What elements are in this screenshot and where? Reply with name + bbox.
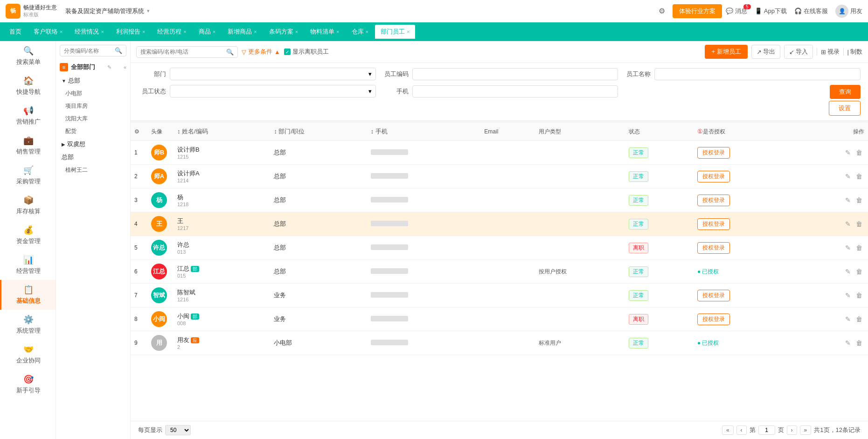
auth-login-button[interactable]: 授权登录 bbox=[697, 314, 730, 325]
first-page-btn[interactable]: « bbox=[722, 425, 734, 435]
delete-row-button[interactable]: 🗑 bbox=[854, 291, 864, 300]
sidebar-item-search[interactable]: 🔍 搜索菜单 bbox=[0, 41, 56, 71]
dept-parent-zongbu[interactable]: ▼ 总部 bbox=[56, 74, 130, 87]
search-bar[interactable]: 🔍 bbox=[136, 46, 238, 58]
tab-close-icon[interactable]: × bbox=[254, 29, 257, 35]
tab-dept-employee[interactable]: 部门员工 × bbox=[375, 25, 415, 39]
filter-empname-input[interactable] bbox=[654, 68, 861, 80]
tab-process[interactable]: 经营历程 × bbox=[152, 25, 192, 39]
filter-dept-select[interactable]: ▾ bbox=[170, 68, 376, 80]
auth-login-button[interactable]: 授权登录 bbox=[697, 147, 730, 159]
message-btn[interactable]: 💬 消息 5 bbox=[726, 7, 747, 15]
app-download-btn[interactable]: 📱 App下载 bbox=[755, 7, 787, 15]
filter-empcode-input[interactable] bbox=[412, 68, 618, 80]
edit-row-button[interactable]: ✎ bbox=[843, 314, 853, 324]
dept-parent-zongbu2[interactable]: 总部 bbox=[56, 151, 130, 164]
auth-login-button[interactable]: 授权登录 bbox=[697, 218, 730, 230]
tab-close-icon[interactable]: × bbox=[366, 29, 368, 35]
sidebar-item-business[interactable]: 📊 经营管理 bbox=[0, 250, 56, 280]
dept-item-peihuo[interactable]: 配货 bbox=[56, 125, 130, 138]
dept-collapse-btn[interactable]: ✎ bbox=[107, 64, 111, 70]
delete-row-button[interactable]: 🗑 bbox=[854, 219, 864, 229]
query-button[interactable]: 查询 bbox=[830, 85, 861, 99]
th-settings[interactable]: ⚙ bbox=[131, 123, 147, 141]
tab-close-icon[interactable]: × bbox=[336, 29, 339, 35]
auth-login-button[interactable]: 授权登录 bbox=[697, 171, 730, 182]
sidebar-item-nav[interactable]: 🏠 快捷导航 bbox=[0, 71, 56, 101]
sidebar-item-marketing[interactable]: 📢 营销推广 bbox=[0, 101, 56, 131]
auth-login-button[interactable]: 授权登录 bbox=[697, 195, 730, 206]
sidebar-item-system[interactable]: ⚙️ 系统管理 bbox=[0, 310, 56, 340]
dept-item-project[interactable]: 项目库房 bbox=[56, 100, 130, 112]
prev-page-btn[interactable]: ‹ bbox=[736, 425, 747, 435]
dept-item-shenyang[interactable]: 沈阳大库 bbox=[56, 112, 130, 125]
tab-home[interactable]: 首页 bbox=[4, 25, 27, 39]
sidebar-item-purchase[interactable]: 🛒 采购管理 bbox=[0, 160, 56, 190]
tab-customer[interactable]: 客户联络 × bbox=[28, 25, 68, 39]
delete-row-button[interactable]: 🗑 bbox=[854, 195, 864, 205]
delete-row-button[interactable]: 🗑 bbox=[854, 172, 864, 181]
tab-goods[interactable]: 商品 × bbox=[193, 25, 221, 39]
delete-row-button[interactable]: 🗑 bbox=[854, 267, 864, 276]
tab-operation[interactable]: 经营情况 × bbox=[69, 25, 109, 39]
sidebar-item-collab[interactable]: 🤝 企业协同 bbox=[0, 340, 56, 369]
next-page-btn[interactable]: › bbox=[787, 425, 797, 435]
dept-item-zhishu[interactable]: 植树王二 bbox=[56, 164, 130, 176]
auth-login-button[interactable]: 授权登录 bbox=[697, 242, 730, 254]
online-support-btn[interactable]: 🎧 在线客服 bbox=[794, 7, 828, 15]
dept-parent-shuangyuxiang[interactable]: ▶ 双虞想 bbox=[56, 138, 130, 151]
dept-toggle-btn[interactable]: « bbox=[124, 64, 126, 70]
tab-close-icon[interactable]: × bbox=[101, 29, 104, 35]
tab-close-icon[interactable]: × bbox=[295, 29, 298, 35]
tab-barcode[interactable]: 条码方案 × bbox=[264, 25, 304, 39]
delete-row-button[interactable]: 🗑 bbox=[854, 338, 864, 348]
dept-all-header[interactable]: ≡ 全部部门 ✎ « bbox=[56, 60, 130, 74]
last-page-btn[interactable]: » bbox=[800, 425, 812, 435]
add-employee-button[interactable]: + 新增员工 bbox=[705, 45, 747, 59]
reset-button[interactable]: 设置 bbox=[829, 101, 861, 116]
edit-btn[interactable]: | 制数 bbox=[847, 48, 862, 56]
th-name[interactable]: ↕ 姓名/编码 bbox=[174, 123, 270, 141]
th-dept[interactable]: ↕ 部门/职位 bbox=[270, 123, 367, 141]
import-button[interactable]: ↙ 导入 bbox=[784, 45, 813, 59]
show-resigned-toggle[interactable]: ✓ 显示离职员工 bbox=[284, 48, 329, 56]
export-button[interactable]: ↗ 导出 bbox=[751, 45, 780, 59]
tab-bom[interactable]: 物料清单 × bbox=[305, 25, 345, 39]
edit-row-button[interactable]: ✎ bbox=[843, 291, 853, 300]
dept-search-input[interactable] bbox=[64, 48, 113, 54]
tab-close-icon[interactable]: × bbox=[407, 29, 410, 35]
edit-row-button[interactable]: ✎ bbox=[843, 195, 853, 205]
search-input[interactable] bbox=[140, 49, 224, 55]
tab-warehouse[interactable]: 仓库 × bbox=[346, 25, 374, 39]
sidebar-item-finance[interactable]: 💰 资金管理 bbox=[0, 220, 56, 250]
settings-icon[interactable]: ⚙ bbox=[659, 7, 665, 15]
dept-item-xiaodian[interactable]: 小电部 bbox=[56, 87, 130, 100]
sidebar-item-basic-info[interactable]: 📋 基础信息 bbox=[0, 280, 56, 310]
delete-row-button[interactable]: 🗑 bbox=[854, 243, 864, 252]
tab-profit[interactable]: 利润报告 × bbox=[111, 25, 151, 39]
auth-login-button[interactable]: 授权登录 bbox=[697, 290, 730, 301]
tab-close-icon[interactable]: × bbox=[60, 29, 62, 35]
title-dropdown-icon[interactable]: ▾ bbox=[147, 8, 150, 14]
edit-row-button[interactable]: ✎ bbox=[843, 172, 853, 181]
dept-search-box[interactable]: 🔍 bbox=[60, 45, 126, 56]
filter-phone-input[interactable] bbox=[412, 85, 618, 98]
tab-add-goods[interactable]: 新增商品 × bbox=[222, 25, 262, 39]
tab-close-icon[interactable]: × bbox=[213, 29, 215, 35]
edit-row-button[interactable]: ✎ bbox=[843, 243, 853, 252]
tab-close-icon[interactable]: × bbox=[142, 29, 145, 35]
user-avatar[interactable]: 👤 用友 bbox=[835, 5, 862, 18]
more-conditions-btn[interactable]: ▽ 更多条件 ▲ bbox=[242, 48, 280, 56]
edit-row-button[interactable]: ✎ bbox=[843, 338, 853, 348]
filter-status-select[interactable]: ▾ bbox=[170, 85, 376, 98]
edit-row-button[interactable]: ✎ bbox=[843, 267, 853, 276]
sidebar-item-inventory[interactable]: 📦 库存核算 bbox=[0, 190, 56, 220]
view-btn[interactable]: ⊞ 视录 bbox=[821, 48, 840, 56]
sidebar-item-guide[interactable]: 🎯 新手引导 bbox=[0, 369, 56, 399]
page-number-input[interactable] bbox=[758, 425, 775, 435]
tab-close-icon[interactable]: × bbox=[183, 29, 186, 35]
edit-row-button[interactable]: ✎ bbox=[843, 148, 853, 157]
edit-row-button[interactable]: ✎ bbox=[843, 219, 853, 229]
trial-button[interactable]: 体验行业方案 bbox=[673, 4, 722, 18]
sidebar-item-sales[interactable]: 💼 销售管理 bbox=[0, 131, 56, 160]
